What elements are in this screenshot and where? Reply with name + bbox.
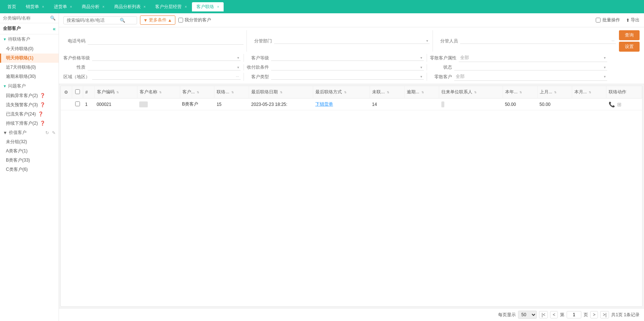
this-month-column-header[interactable]: 本月... ⇅ [572,86,606,99]
my-customers-checkbox[interactable]: 我分管的客户 [178,17,211,23]
type-select[interactable]: ▾ [271,74,424,80]
level-select[interactable]: ▾ [271,55,424,61]
nav-sales[interactable]: 销货单 × [21,2,49,11]
my-customers-check[interactable] [178,18,183,23]
person-select[interactable]: ··· [460,38,616,44]
unit-contact-column-header[interactable]: 往来单位联系人 ⇅ [439,86,503,99]
row-last-method-cell[interactable]: 下销货单 [313,99,370,110]
page-number-input[interactable] [567,311,581,318]
name-column-header[interactable]: 客户名称 ⇅ [137,86,180,99]
batch-op-button[interactable]: 批量操作 [596,17,620,23]
row-action-cell: 📞 ⊞ [606,99,642,110]
select-all-checkbox[interactable] [75,89,80,94]
status-select[interactable]: ▾ [454,65,607,70]
nav-home[interactable]: 首页 [3,2,21,11]
batch-op-check[interactable] [596,18,601,23]
contact-column-header[interactable]: 联络... ⇅ [214,86,249,99]
payment-select[interactable]: ▾ [271,65,424,70]
next-page-button[interactable]: > [590,311,598,318]
sidebar-item-class-b[interactable]: B类客户(33) [0,156,59,165]
retail2-label: 零散客户 [430,74,452,80]
nav-customer-tier[interactable]: 客户分层经营 × [151,2,191,11]
code-sort-icon: ⇅ [116,91,119,94]
more-action-icon[interactable]: ⊞ [617,101,622,107]
name-sort-icon: ⇅ [159,91,162,94]
value-refresh-icon[interactable]: ↻ [45,130,49,135]
page-unit: 页 [584,312,588,318]
set-button[interactable]: 设置 [619,42,640,52]
overdue-column-header[interactable]: 逾期... ⇅ [405,86,439,99]
row-checkbox-cell[interactable] [72,99,83,110]
nav-goods-analysis[interactable]: 商品分析 × [77,2,109,11]
sidebar-item-losing[interactable]: 流失预警客户(3) ❓ [0,100,59,110]
search-input[interactable] [67,18,118,23]
overdue-sort-icon: ⇅ [421,91,424,94]
help-icon-declining[interactable]: ❓ [40,121,45,126]
last-month-column-header[interactable]: 上月... ⇅ [537,86,572,99]
retail2-select[interactable]: 全部 ▾ [454,73,607,81]
last-contact-date-column-header[interactable]: 最后联络日期 ⇅ [249,86,313,99]
collapse-icon[interactable]: « [53,26,56,32]
nav-customer-contact[interactable]: 客户联络 × [192,2,224,11]
sidebar-search-icon[interactable]: 🔍 [50,15,56,21]
sidebar-item-lost[interactable]: 已流失客户(24) ❓ [0,110,59,119]
sidebar-item-week[interactable]: 近7天待联络(0) [0,63,59,72]
sidebar-item-repurchase[interactable]: 回购异常客户(2) ❓ [0,91,59,100]
close-customer-tier-icon[interactable]: × [185,5,187,9]
search-icon[interactable]: 🔍 [120,18,125,23]
year-amount-column-header[interactable]: 本年... ⇅ [503,86,537,99]
region-label: 区域（地区） [63,74,90,80]
price-select[interactable]: ▾ [92,55,241,61]
close-customer-contact-icon[interactable]: × [217,5,219,9]
phone-action-icon[interactable]: 📞 [609,101,615,107]
export-button[interactable]: ⬆ 导出 [626,17,640,23]
nature-chevron-icon: ▾ [237,65,239,69]
row-last-month-cell: 50.00 [537,99,572,110]
nature-select[interactable]: ▾ [88,65,241,70]
value-edit-icon[interactable]: ✎ [52,130,56,135]
close-purchase-icon[interactable]: × [70,5,72,9]
prev-page-button[interactable]: < [550,311,558,318]
phone-input[interactable] [88,38,244,45]
dept-select[interactable]: ▾ [274,38,430,44]
more-conditions-button[interactable]: ▼ 更多条件 ▲ [140,15,175,25]
help-icon-lost[interactable]: ❓ [38,111,43,117]
row-name-cell[interactable]: Ea [137,99,180,110]
level-chevron-icon: ▾ [420,56,422,60]
filter-row-4: 区域（地区） ··· 客户类型 ▾ 零散客户 [63,73,640,81]
retail-attr-select[interactable]: 全部 ▾ [459,54,607,62]
close-goods-analysis-list-icon[interactable]: × [144,5,146,9]
settings-column-header[interactable]: ⚙ [61,86,72,99]
first-page-button[interactable]: |< [539,311,548,318]
checkbox-column-header[interactable] [72,86,83,99]
code-column-header[interactable]: 客户编码 ⇅ [94,86,137,99]
help-icon-losing[interactable]: ❓ [40,102,45,107]
region-select[interactable]: ··· [92,74,241,80]
nav-goods-analysis-list[interactable]: 商品分析列表 × [110,2,150,11]
sidebar-item-declining[interactable]: 持续下滑客户(2) ❓ [0,119,59,128]
nature-field: 性质 ▾ [63,64,241,70]
query-button[interactable]: 查询 [619,30,640,40]
row-checkbox[interactable] [75,101,80,106]
per-page-select[interactable]: 50 20 100 [518,311,537,319]
sidebar-item-class-c[interactable]: C类客户(6) [0,165,59,174]
sidebar-item-ungrouped[interactable]: 未分组(32) [0,137,59,146]
close-sales-icon[interactable]: × [42,5,44,9]
last-method-link[interactable]: 下销货单 [315,101,333,107]
nav-purchase[interactable]: 进货单 × [49,2,77,11]
sidebar-item-class-a[interactable]: A类客户(1) [0,146,59,156]
per-page-label: 每页显示 [498,312,516,318]
not-contacted-column-header[interactable]: 未联... ⇅ [370,86,405,99]
sidebar-item-today[interactable]: 今天待联络(0) [0,44,59,54]
close-goods-analysis-icon[interactable]: × [102,5,105,9]
last-page-button[interactable]: >| [600,311,609,318]
sidebar-item-tomorrow[interactable]: 明天待联络(1) [0,54,59,63]
help-icon-repurchase[interactable]: ❓ [40,93,45,98]
last-contact-method-column-header[interactable]: 最后联络方式 ⇅ [313,86,370,99]
type-column-header[interactable]: 客户... ⇅ [180,86,214,99]
all-customers-header[interactable]: 全部客户 « [0,23,59,34]
nature-label: 性质 [63,64,85,70]
sidebar-item-overdue[interactable]: 逾期未联络(30) [0,72,59,81]
pending-section-title: ▼ 待联络客户 [0,34,59,44]
sidebar-search-input[interactable] [3,15,49,21]
